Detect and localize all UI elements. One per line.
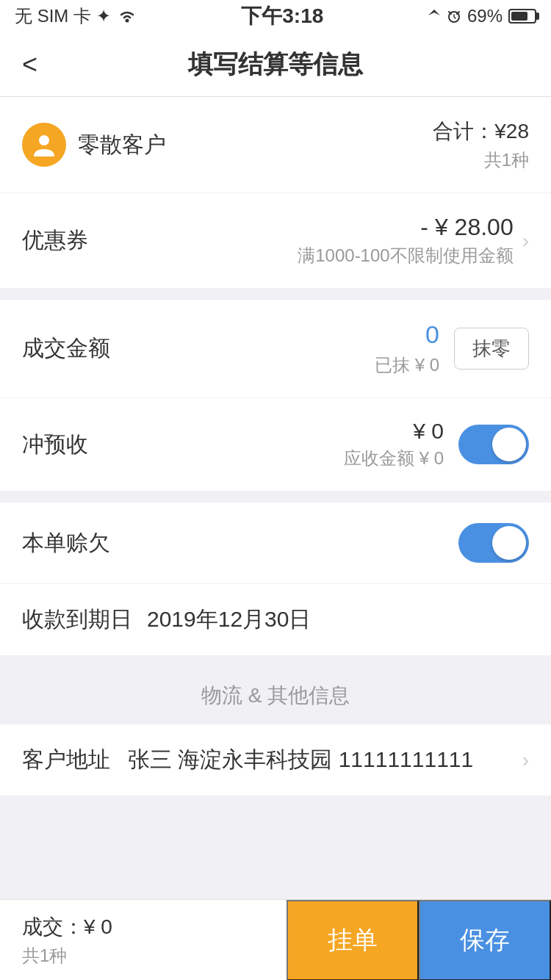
chevron-right-icon: › xyxy=(522,229,529,253)
prepay-toggle[interactable] xyxy=(458,425,529,464)
prepay-label: 冲预收 xyxy=(22,430,88,460)
deal-amount-section: 成交金额 0 已抹 ¥ 0 抹零 冲预收 ¥ 0 应收金额 ¥ 0 xyxy=(0,300,551,491)
customer-right: 合计：¥28 共1种 xyxy=(433,118,529,172)
status-time: 下午3:18 xyxy=(241,2,323,30)
logistics-divider: 物流 & 其他信息 xyxy=(0,667,551,724)
deal-amount-right: 0 已抹 ¥ 0 抹零 xyxy=(375,320,529,377)
prepay-info: ¥ 0 应收金额 ¥ 0 xyxy=(344,419,444,470)
svg-point-2 xyxy=(39,135,49,145)
pending-button[interactable]: 挂单 xyxy=(287,900,419,981)
debt-row: 本单赊欠 xyxy=(0,502,551,584)
due-date-value[interactable]: 2019年12月30日 xyxy=(147,605,311,635)
customer-row: 零散客户 合计：¥28 共1种 xyxy=(0,97,551,192)
customer-section: 零散客户 合计：¥28 共1种 优惠券 - ¥ 28.00 满1000-100不… xyxy=(0,97,551,288)
total-count: 共1种 xyxy=(433,148,529,172)
round-button[interactable]: 抹零 xyxy=(454,328,529,370)
coupon-desc: 满1000-100不限制使用金额 xyxy=(298,244,513,267)
save-button[interactable]: 保存 xyxy=(419,900,551,981)
status-bar: 无 SIM 卡 ✦ 下午3:18 69% xyxy=(0,0,551,32)
coupon-info: - ¥ 28.00 满1000-100不限制使用金额 xyxy=(298,214,513,267)
bottom-deal-amount: 成交：¥ 0 xyxy=(22,913,264,941)
deal-amount-label: 成交金额 xyxy=(22,334,110,364)
bottom-summary: 成交：¥ 0 共1种 xyxy=(0,913,287,968)
bottom-count: 共1种 xyxy=(22,944,264,968)
address-row[interactable]: 客户地址 张三 海淀永丰科技园 11111111111 › xyxy=(0,724,551,796)
amount-col: 0 已抹 ¥ 0 xyxy=(375,320,439,377)
deal-amount-value[interactable]: 0 xyxy=(375,320,439,349)
debt-section: 本单赊欠 收款到期日 2019年12月30日 xyxy=(0,502,551,655)
battery-icon xyxy=(508,9,536,24)
battery-percent: 69% xyxy=(467,6,503,26)
debt-label: 本单赊欠 xyxy=(22,528,110,558)
deal-label: 成交： xyxy=(22,915,84,938)
debt-toggle[interactable] xyxy=(458,523,529,563)
logistics-label: 物流 & 其他信息 xyxy=(201,684,350,707)
deal-amount-row: 成交金额 0 已抹 ¥ 0 抹零 xyxy=(0,300,551,398)
due-date-label: 收款到期日 xyxy=(22,605,132,635)
prepay-amount: ¥ 0 xyxy=(344,419,444,444)
coupon-label: 优惠券 xyxy=(22,226,88,256)
address-value: 张三 海淀永丰科技园 11111111111 xyxy=(128,745,502,775)
deal-amount: ¥ 0 xyxy=(84,915,112,938)
page-title: 填写结算等信息 xyxy=(188,48,363,82)
customer-name: 零散客户 xyxy=(78,130,166,160)
coupon-discount: - ¥ 28.00 xyxy=(298,214,513,241)
sim-label: 无 SIM 卡 ✦ xyxy=(15,4,111,28)
customer-left: 零散客户 xyxy=(22,123,166,167)
debt-date-row: 收款到期日 2019年12月30日 xyxy=(0,584,551,655)
deal-amount-sub: 已抹 ¥ 0 xyxy=(375,353,439,377)
address-label: 客户地址 xyxy=(22,745,110,775)
status-right: 69% xyxy=(428,6,536,26)
prepay-right: ¥ 0 应收金额 ¥ 0 xyxy=(344,419,529,470)
total-amount: 合计：¥28 xyxy=(433,118,529,145)
avatar xyxy=(22,123,66,167)
alarm-icon xyxy=(447,9,461,24)
address-chevron-icon: › xyxy=(522,749,529,772)
coupon-right: - ¥ 28.00 满1000-100不限制使用金额 › xyxy=(298,214,529,267)
back-button[interactable]: < xyxy=(22,49,37,80)
prepay-sub: 应收金额 ¥ 0 xyxy=(344,447,444,470)
coupon-row[interactable]: 优惠券 - ¥ 28.00 满1000-100不限制使用金额 › xyxy=(0,192,551,288)
debt-toggle-knob xyxy=(492,526,526,560)
bottom-bar: 成交：¥ 0 共1种 挂单 保存 xyxy=(0,899,551,980)
status-left: 无 SIM 卡 ✦ xyxy=(15,4,137,28)
toggle-knob xyxy=(492,428,526,461)
person-icon xyxy=(31,131,57,158)
svg-point-0 xyxy=(125,19,129,23)
prepay-row: 冲预收 ¥ 0 应收金额 ¥ 0 xyxy=(0,398,551,491)
nav-bar: < 填写结算等信息 xyxy=(0,32,551,97)
wifi-icon xyxy=(117,9,137,24)
location-icon xyxy=(428,9,441,24)
logistics-section: 客户地址 张三 海淀永丰科技园 11111111111 › xyxy=(0,724,551,796)
